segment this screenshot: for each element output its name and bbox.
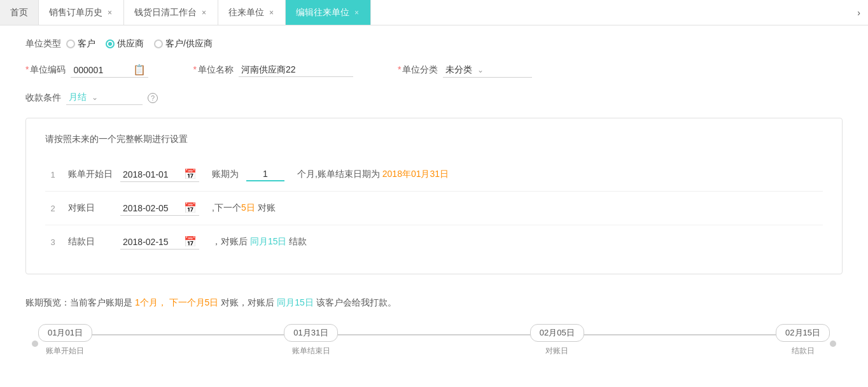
timeline-pill-4: 02月15日	[776, 324, 830, 342]
radio-both[interactable]: 客户/供应商	[154, 38, 213, 50]
preview-part1: 1个月，	[135, 297, 167, 307]
tab-cash-label: 钱货日清工作台	[134, 7, 197, 18]
date-field-2[interactable]	[123, 203, 180, 213]
timeline-start-dot	[32, 341, 38, 347]
tab-home-label: 首页	[10, 7, 28, 18]
help-icon[interactable]: ?	[148, 93, 158, 103]
row-num-2: 2	[45, 204, 60, 213]
timeline-label-4: 结款日	[792, 346, 815, 356]
preview-text: 账期预览：当前客户账期是 1个月， 下一个月5日 对账，对账后 同月15日 该客…	[25, 297, 843, 309]
setting-row-3: 3 结款日 📅 ，对账后 同月15日 结款	[45, 225, 823, 258]
calendar-icon-1[interactable]: 📅	[184, 168, 197, 180]
row-desc-3: ，对账后 同月15日 结款	[212, 236, 307, 248]
unit-code-label: *单位编码	[25, 64, 66, 76]
tab-sales-history[interactable]: 销售订单历史 ×	[39, 0, 124, 25]
timeline-node-1: 01月01日 账单开始日	[38, 324, 92, 356]
unit-type-radio-group: 客户 供应商 客户/供应商	[66, 38, 213, 50]
calendar-icon-3[interactable]: 📅	[184, 236, 197, 248]
radio-supplier-dot	[108, 42, 112, 46]
radio-supplier-label: 供应商	[117, 38, 144, 50]
date-input-1: 📅	[120, 167, 199, 182]
unit-category-value: 未分类	[445, 64, 472, 76]
radio-customer[interactable]: 客户	[66, 38, 95, 50]
tab-partner[interactable]: 往来单位 ×	[218, 0, 286, 25]
tab-more-button[interactable]: ›	[850, 0, 868, 25]
section-instruction: 请按照未来的一个完整帐期进行设置	[45, 134, 823, 145]
tab-cash-work[interactable]: 钱货日清工作台 ×	[124, 0, 218, 25]
row-label-1: 账单开始日	[68, 169, 113, 180]
radio-both-circle	[154, 39, 163, 48]
setting-row-1: 1 账单开始日 📅 账期为 个月,账单结束日期为 2018年01月31日	[45, 158, 823, 192]
unit-name-input[interactable]	[239, 64, 353, 77]
unit-type-item: 单位类型 客户 供应商 客户/供应商	[25, 38, 213, 50]
tab-cash-close[interactable]: ×	[200, 8, 207, 17]
unit-code-icon[interactable]: 📋	[133, 64, 146, 76]
unit-category-label: *单位分类	[398, 64, 438, 76]
period-input[interactable]	[246, 167, 284, 181]
tab-home[interactable]: 首页	[0, 0, 39, 25]
date-field-1[interactable]	[123, 169, 180, 179]
payment-terms-label: 收款条件	[25, 92, 61, 104]
unit-type-row: 单位类型 客户 供应商 客户/供应商	[25, 38, 843, 50]
unit-code-item: *单位编码 📋	[25, 62, 148, 78]
timeline-node-2: 01月31日 账单结束日	[284, 324, 338, 356]
tab-edit-partner[interactable]: 编辑往来单位 ×	[286, 0, 371, 25]
radio-both-label: 客户/供应商	[165, 38, 213, 50]
unit-category-select[interactable]: 未分类 ⌄	[443, 63, 532, 78]
timeline-pill-3: 02月05日	[530, 324, 584, 342]
row-label-3: 结款日	[68, 236, 113, 248]
timeline-node-4: 02月15日 结款日	[776, 324, 830, 356]
date-field-3[interactable]	[123, 237, 180, 247]
row-num-3: 3	[45, 237, 60, 247]
timeline-end-dot	[830, 341, 836, 347]
preview-part5: 该客户会给我打款。	[316, 297, 396, 307]
date-input-3: 📅	[120, 234, 199, 250]
unit-info-row: *单位编码 📋 *单位名称 *单位分类 未分类 ⌄	[25, 62, 843, 78]
tab-edit-partner-close[interactable]: ×	[353, 8, 360, 17]
timeline: 01月01日 账单开始日 01月31日 账单结束日 02月05日 对账日 02月…	[25, 324, 843, 356]
radio-supplier-circle	[106, 39, 115, 48]
unit-name-label: *单位名称	[193, 64, 233, 76]
tab-sales-label: 销售订单历史	[49, 7, 102, 18]
timeline-pill-2: 01月31日	[284, 324, 338, 342]
tab-edit-partner-label: 编辑往来单位	[296, 7, 349, 18]
row-desc-1-suffix: 个月,账单结束日期为 2018年01月31日	[297, 169, 449, 180]
end-date-highlight: 2018年01月31日	[382, 169, 449, 179]
tab-partner-label: 往来单位	[228, 7, 264, 18]
row-desc-1-prefix: 账期为	[212, 169, 239, 180]
calendar-icon-2[interactable]: 📅	[184, 202, 197, 214]
tab-bar: 首页 销售订单历史 × 钱货日清工作台 × 往来单位 × 编辑往来单位 × ›	[0, 0, 868, 25]
radio-supplier[interactable]: 供应商	[106, 38, 144, 50]
date-input-2: 📅	[120, 201, 199, 216]
timeline-pill-1: 01月01日	[38, 324, 92, 342]
preview-part4: 同月15日	[277, 297, 314, 307]
preview-part3: 对账，对账后	[221, 297, 274, 307]
unit-category-item: *单位分类 未分类 ⌄	[398, 63, 532, 78]
radio-customer-label: 客户	[78, 38, 95, 50]
main-content: 单位类型 客户 供应商 客户/供应商	[0, 25, 868, 387]
tab-partner-close[interactable]: ×	[268, 8, 275, 17]
payment-date-highlight: 同月15日	[250, 236, 287, 246]
payment-terms-item: 收款条件 月结 ⌄ ?	[25, 90, 158, 105]
chevron-right-icon: ›	[857, 8, 860, 18]
unit-code-input-wrap: 📋	[71, 62, 148, 78]
payment-terms-chevron: ⌄	[92, 93, 98, 102]
unit-name-item: *单位名称	[193, 64, 353, 77]
unit-code-input[interactable]	[73, 65, 130, 75]
timeline-nodes: 01月01日 账单开始日 01月31日 账单结束日 02月05日 对账日 02月…	[38, 324, 830, 356]
preview-label: 账期预览：当前客户账期是	[25, 297, 132, 307]
timeline-node-3: 02月05日 对账日	[530, 324, 584, 356]
radio-customer-circle	[66, 39, 75, 48]
payment-terms-row: 收款条件 月结 ⌄ ?	[25, 90, 843, 105]
chevron-down-icon: ⌄	[477, 66, 484, 74]
row-num-1: 1	[45, 170, 60, 179]
tab-sales-close[interactable]: ×	[106, 8, 113, 17]
timeline-line	[38, 334, 830, 335]
payment-terms-select[interactable]: 月结 ⌄	[66, 90, 143, 105]
timeline-label-2: 账单结束日	[292, 346, 330, 356]
timeline-label-1: 账单开始日	[46, 346, 84, 356]
reconcile-highlight: 5日	[241, 202, 255, 213]
timeline-label-3: 对账日	[545, 346, 568, 356]
preview-part2: 下一个月5日	[169, 297, 219, 307]
preview-section: 账期预览：当前客户账期是 1个月， 下一个月5日 对账，对账后 同月15日 该客…	[25, 287, 843, 363]
